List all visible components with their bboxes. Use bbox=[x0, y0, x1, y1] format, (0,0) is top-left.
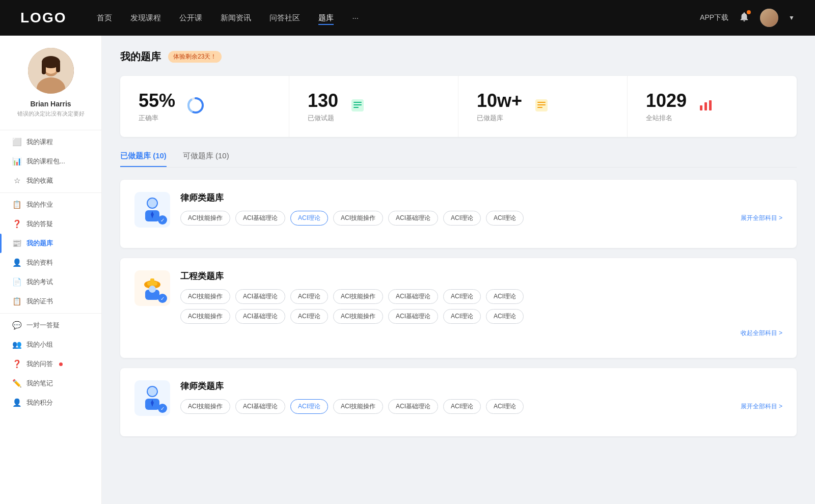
svg-rect-17 bbox=[537, 107, 542, 108]
homework-icon: 📋 bbox=[12, 200, 21, 209]
sidebar-name: Brian Harris bbox=[30, 100, 71, 108]
notes-icon: ✏️ bbox=[12, 379, 21, 388]
sidebar-item-1on1[interactable]: 💬 一对一答疑 bbox=[0, 316, 101, 335]
tab-available[interactable]: 可做题库 (10) bbox=[183, 151, 229, 167]
sidebar-item-my-course-pkg[interactable]: 📊 我的课程包... bbox=[0, 152, 101, 171]
sidebar-divider-top bbox=[0, 130, 101, 130]
svg-rect-5 bbox=[42, 62, 46, 74]
qbank-title-2: 工程类题库 bbox=[180, 270, 782, 282]
stat-accuracy-content: 55% 正确率 bbox=[139, 90, 175, 123]
nav-qa[interactable]: 问答社区 bbox=[269, 13, 300, 23]
tag-2-3[interactable]: ACI技能操作 bbox=[333, 289, 383, 304]
collapse-link-2[interactable]: 收起全部科目 > bbox=[180, 329, 782, 338]
avatar[interactable] bbox=[760, 9, 778, 27]
exam-icon: 📄 bbox=[12, 277, 21, 287]
tab-done[interactable]: 已做题库 (10) bbox=[120, 151, 167, 167]
tag-3-0[interactable]: ACI技能操作 bbox=[180, 399, 230, 414]
my-course-icon: ⬜ bbox=[12, 137, 21, 147]
app-download-button[interactable]: APP下载 bbox=[700, 13, 728, 22]
notification-bell[interactable] bbox=[739, 11, 750, 24]
sidebar-item-my-group[interactable]: 👥 我的小组 bbox=[0, 335, 101, 354]
sidebar-item-my-qa[interactable]: ❓ 我的答疑 bbox=[0, 214, 101, 234]
tag-2-e6[interactable]: ACI理论 bbox=[486, 309, 524, 324]
tag-1-4[interactable]: ACI基础理论 bbox=[388, 211, 438, 226]
sidebar-item-my-exam[interactable]: 📄 我的考试 bbox=[0, 272, 101, 292]
tag-3-3[interactable]: ACI技能操作 bbox=[333, 399, 383, 414]
sidebar-item-my-favorites[interactable]: ☆ 我的收藏 bbox=[0, 171, 101, 190]
qbank-card-lawyer-2: ✓ 律师类题库 ACI技能操作 ACI基础理论 ACI理论 ACI技能操作 AC… bbox=[120, 368, 797, 436]
sidebar-divider-1 bbox=[0, 192, 101, 193]
check-badge-1: ✓ bbox=[158, 215, 167, 225]
notification-dot bbox=[747, 10, 751, 14]
data-icon: 👤 bbox=[12, 258, 21, 267]
unread-dot bbox=[59, 362, 63, 366]
tag-2-2[interactable]: ACI理论 bbox=[290, 289, 328, 304]
stat-accuracy-value: 55% bbox=[139, 90, 175, 111]
svg-rect-11 bbox=[354, 102, 362, 103]
check-badge-2: ✓ bbox=[158, 294, 167, 303]
tag-3-1[interactable]: ACI基础理论 bbox=[235, 399, 285, 414]
tag-2-e5[interactable]: ACI理论 bbox=[443, 309, 481, 324]
stat-done-questions-value: 130 bbox=[308, 90, 338, 111]
topnav-right: APP下载 ▼ bbox=[700, 9, 795, 27]
tag-2-0[interactable]: ACI技能操作 bbox=[180, 289, 230, 304]
sidebar-item-my-questions[interactable]: ❓ 我的问答 bbox=[0, 354, 101, 374]
done-questions-icon bbox=[349, 97, 366, 116]
tag-2-6[interactable]: ACI理论 bbox=[486, 289, 524, 304]
sidebar-item-my-notes[interactable]: ✏️ 我的笔记 bbox=[0, 374, 101, 393]
logo[interactable]: LOGO bbox=[20, 10, 66, 26]
stat-accuracy-label: 正确率 bbox=[139, 114, 175, 123]
expand-link-3[interactable]: 展开全部科目 > bbox=[741, 402, 782, 411]
avatar-svg bbox=[28, 48, 74, 94]
sidebar-item-my-cert[interactable]: 📋 我的证书 bbox=[0, 292, 101, 311]
avatar-image bbox=[760, 9, 778, 27]
tag-2-e3[interactable]: ACI技能操作 bbox=[333, 309, 383, 324]
tag-1-1[interactable]: ACI基础理论 bbox=[235, 211, 285, 226]
expand-link-1[interactable]: 展开全部科目 > bbox=[741, 214, 782, 222]
my-course-pkg-icon: 📊 bbox=[12, 157, 21, 166]
rank-icon bbox=[698, 97, 714, 116]
tag-3-6[interactable]: ACI理论 bbox=[486, 399, 524, 414]
nav-news[interactable]: 新闻资讯 bbox=[221, 13, 251, 23]
top-navbar: LOGO 首页 发现课程 公开课 新闻资讯 问答社区 题库 ··· APP下载 … bbox=[0, 0, 815, 36]
tag-2-5[interactable]: ACI理论 bbox=[443, 289, 481, 304]
tag-3-5[interactable]: ACI理论 bbox=[443, 399, 481, 414]
tag-2-e2[interactable]: ACI理论 bbox=[290, 309, 328, 324]
stat-site-rank-label: 全站排名 bbox=[646, 114, 687, 123]
stat-site-rank-value: 1029 bbox=[646, 90, 687, 111]
tag-1-2[interactable]: ACI理论 bbox=[290, 211, 328, 226]
svg-rect-12 bbox=[354, 104, 362, 105]
nav-opencourse[interactable]: 公开课 bbox=[179, 13, 202, 23]
tag-1-0[interactable]: ACI技能操作 bbox=[180, 211, 230, 226]
nav-more[interactable]: ··· bbox=[352, 13, 359, 23]
qbank-icon: 📰 bbox=[12, 239, 21, 248]
svg-rect-29 bbox=[150, 278, 154, 283]
tag-3-4[interactable]: ACI基础理论 bbox=[388, 399, 438, 414]
sidebar-item-my-course[interactable]: ⬜ 我的课程 bbox=[0, 132, 101, 152]
nav-qbank[interactable]: 题库 bbox=[318, 13, 334, 23]
tag-1-5[interactable]: ACI理论 bbox=[443, 211, 481, 226]
nav-home[interactable]: 首页 bbox=[97, 13, 112, 23]
sidebar-item-my-homework[interactable]: 📋 我的作业 bbox=[0, 195, 101, 214]
user-menu-chevron[interactable]: ▼ bbox=[789, 14, 795, 21]
page-header: 我的题库 体验剩余23天！ bbox=[120, 50, 797, 64]
tag-2-1[interactable]: ACI基础理论 bbox=[235, 289, 285, 304]
qbank-tags-2-row1: ACI技能操作 ACI基础理论 ACI理论 ACI技能操作 ACI基础理论 AC… bbox=[180, 289, 782, 304]
tag-2-e4[interactable]: ACI基础理论 bbox=[388, 309, 438, 324]
tag-1-6[interactable]: ACI理论 bbox=[486, 211, 524, 226]
tag-1-3[interactable]: ACI技能操作 bbox=[333, 211, 383, 226]
tag-3-2[interactable]: ACI理论 bbox=[290, 399, 328, 414]
qbank-tags-3: ACI技能操作 ACI基础理论 ACI理论 ACI技能操作 ACI基础理论 AC… bbox=[180, 399, 782, 414]
sidebar-item-my-points[interactable]: 👤 我的积分 bbox=[0, 393, 101, 412]
tag-2-e1[interactable]: ACI基础理论 bbox=[235, 309, 285, 324]
sidebar-item-my-data[interactable]: 👤 我的资料 bbox=[0, 253, 101, 272]
tag-2-4[interactable]: ACI基础理论 bbox=[388, 289, 438, 304]
svg-rect-15 bbox=[537, 102, 546, 103]
nav-discover[interactable]: 发现课程 bbox=[130, 13, 161, 23]
main-content: 我的题库 体验剩余23天！ 55% 正确率 bbox=[102, 36, 815, 504]
sidebar-avatar bbox=[28, 48, 74, 94]
trial-badge: 体验剩余23天！ bbox=[168, 51, 222, 63]
sidebar-item-my-qbank[interactable]: 📰 我的题库 bbox=[0, 234, 101, 253]
svg-point-25 bbox=[149, 200, 156, 207]
tag-2-e0[interactable]: ACI技能操作 bbox=[180, 309, 230, 324]
